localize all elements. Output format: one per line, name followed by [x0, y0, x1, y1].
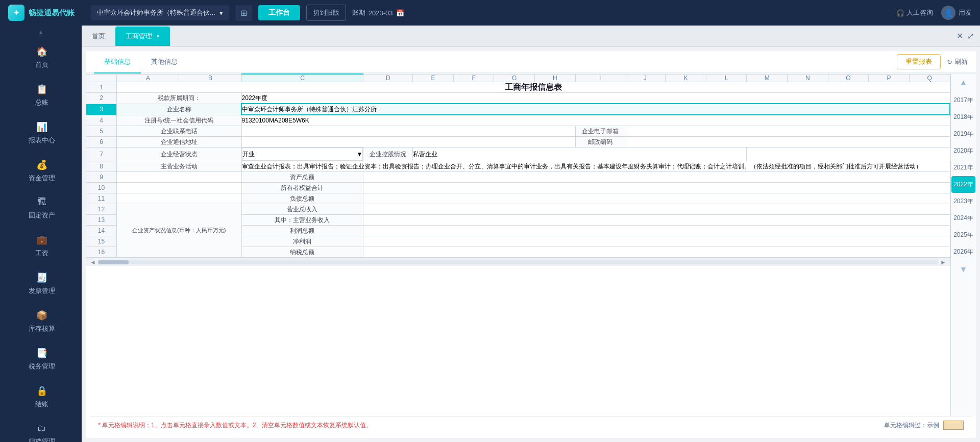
tab-home[interactable]: 首页 [82, 27, 115, 46]
tab-business[interactable]: 工商管理 × [115, 27, 170, 46]
col-header-j[interactable]: J [625, 74, 666, 82]
doc-button[interactable]: ⊞ [235, 5, 252, 21]
col-header-q[interactable]: Q [909, 74, 950, 82]
cell-main-rev-value[interactable] [363, 215, 950, 226]
cell-equity-value[interactable] [363, 183, 950, 193]
sidebar-item-label: 发票管理 [29, 286, 55, 296]
service-label: 人工咨询 [906, 8, 933, 17]
cell-profit-value[interactable] [363, 226, 950, 236]
year-2022[interactable]: 2022年 [951, 176, 975, 193]
spreadsheet-main[interactable]: A B C D E F G H I J [86, 73, 950, 416]
col-header-g[interactable]: G [494, 74, 535, 82]
cell-business-value[interactable]: 审查企业会计报表；出具审计报告；验证企业资本；出具验资报告；办理企业合开、分立、… [241, 161, 950, 172]
sidebar-item-archive[interactable]: 🗂 归档管理 [0, 416, 82, 442]
col-header-c[interactable]: C [241, 74, 363, 82]
sidebar-item-ledger[interactable]: 📋 总账 [0, 77, 82, 114]
table-row: 4 注册号/统一社会信用代码 91320100MA208E5W6K [86, 115, 950, 126]
sidebar-item-label: 结账 [35, 400, 48, 409]
cell-assets-label: 资产总额 [241, 172, 363, 183]
tab-basic-info[interactable]: 基础信息 [94, 51, 141, 73]
year-2017[interactable]: 2017年 [951, 92, 975, 109]
year-nav-down[interactable]: ▼ [954, 260, 973, 279]
workbench-button[interactable]: 工作台 [258, 5, 300, 20]
invoice-icon: 🧾 [36, 272, 47, 283]
scroll-track[interactable] [98, 260, 938, 264]
year-2023[interactable]: 2023年 [951, 193, 975, 210]
cell-addr-value[interactable] [241, 137, 575, 148]
sidebar-item-finance[interactable]: 💰 资金管理 [0, 152, 82, 190]
expand-icon[interactable]: ⤢ [967, 31, 974, 41]
year-2020[interactable]: 2020年 [951, 142, 975, 159]
sheet-table: A B C D E F G H I J [86, 73, 950, 258]
cell-empty-a9 [117, 172, 242, 183]
user-menu[interactable]: 👤 用友 [941, 6, 972, 20]
cell-tax-value[interactable] [363, 247, 950, 258]
sidebar-item-payroll[interactable]: 💼 工资 [0, 227, 82, 265]
cell-empty-a10 [117, 183, 242, 193]
cell-status-dropdown[interactable]: 开业▼ [242, 148, 363, 161]
sidebar-item-report[interactable]: 📊 报表中心 [0, 114, 82, 152]
main-layout: ▲ 🏠 首页 📋 总账 📊 报表中心 💰 资金管理 🏗 固定资产 💼 工资 🧾 … [0, 26, 980, 442]
cell-company-value[interactable]: 中审众环会计师事务所（特殊普通合伙）江苏分所 [241, 104, 950, 115]
sidebar-item-close[interactable]: 🔒 结账 [0, 378, 82, 416]
close-panel-icon[interactable]: ✕ [957, 31, 963, 41]
cell-title[interactable]: 工商年报信息表 [117, 82, 950, 93]
sidebar-item-inventory[interactable]: 📦 库存核算 [0, 303, 82, 340]
year-2024[interactable]: 2024年 [951, 210, 975, 227]
cell-post-value[interactable] [625, 137, 950, 148]
col-header-d[interactable]: D [363, 74, 413, 82]
year-2021[interactable]: 2021年 [951, 159, 975, 176]
cell-revenue-value[interactable] [363, 204, 950, 215]
col-header-b[interactable]: B [179, 74, 241, 82]
company-selector[interactable]: 中审众环会计师事务所（特殊普通合伙... ▾ [91, 5, 229, 20]
sidebar-scroll-up[interactable]: ▲ [0, 26, 82, 39]
year-2025[interactable]: 2025年 [951, 227, 975, 243]
scroll-left-arrow[interactable]: ◄ [88, 259, 98, 266]
cell-period-value[interactable]: 2022年度 [241, 93, 950, 104]
table-row: 5 企业联系电话 企业电子邮箱 [86, 126, 950, 137]
cell-assets-value[interactable] [363, 172, 950, 183]
cell-net-profit-value[interactable] [363, 236, 950, 247]
close-book-icon: 🔒 [36, 385, 47, 397]
old-version-button[interactable]: 切到旧版 [306, 5, 346, 21]
col-header-k[interactable]: K [666, 74, 706, 82]
reset-button[interactable]: 重置报表 [897, 54, 941, 69]
service-button[interactable]: 🎧 人工咨询 [896, 8, 933, 17]
sidebar-item-label: 总账 [35, 98, 48, 107]
year-2019[interactable]: 2019年 [951, 126, 975, 142]
tax-icon: 📑 [36, 348, 47, 359]
scroll-thumb[interactable] [98, 260, 129, 264]
assets-icon: 🏗 [37, 197, 46, 208]
table-row: 2 税款所属期间： 2022年度 [86, 93, 950, 104]
h-scroll-bar[interactable]: ◄ ► [86, 258, 950, 266]
cell-phone-value[interactable] [241, 126, 575, 137]
cell-email-value[interactable] [625, 126, 950, 137]
calendar-icon[interactable]: 📅 [396, 9, 404, 17]
cell-status-label: 企业经营状态 [117, 148, 242, 161]
sidebar-item-home[interactable]: 🏠 首页 [0, 39, 82, 77]
year-nav-up[interactable]: ▲ [954, 73, 973, 92]
sidebar-item-assets[interactable]: 🏗 固定资产 [0, 190, 82, 227]
year-2026[interactable]: 2026年 [951, 243, 975, 260]
year-2018[interactable]: 2018年 [951, 109, 975, 126]
col-header-o[interactable]: O [828, 74, 869, 82]
col-header-e[interactable]: E [413, 74, 454, 82]
col-header-n[interactable]: N [787, 74, 828, 82]
col-header-l[interactable]: L [706, 74, 747, 82]
refresh-button[interactable]: ↻ 刷新 [947, 57, 968, 66]
col-header-p[interactable]: P [869, 74, 910, 82]
tab-other-info[interactable]: 其他信息 [141, 51, 188, 73]
col-header-f[interactable]: F [453, 74, 494, 82]
cell-reg-value[interactable]: 91320100MA208E5W6K [241, 115, 950, 126]
cell-liab-value[interactable] [363, 193, 950, 204]
sidebar-item-tax[interactable]: 📑 税务管理 [0, 340, 82, 378]
col-header-a[interactable]: A [117, 74, 179, 82]
col-header-h[interactable]: H [535, 74, 576, 82]
sidebar-item-invoice[interactable]: 🧾 发票管理 [0, 265, 82, 303]
row-number: 8 [86, 161, 117, 172]
scroll-right-arrow[interactable]: ► [938, 259, 948, 266]
tab-close-button[interactable]: × [156, 33, 160, 40]
col-header-i[interactable]: I [575, 74, 625, 82]
col-header-m[interactable]: M [747, 74, 788, 82]
cell-holding-value[interactable]: 私营企业 [413, 148, 747, 161]
